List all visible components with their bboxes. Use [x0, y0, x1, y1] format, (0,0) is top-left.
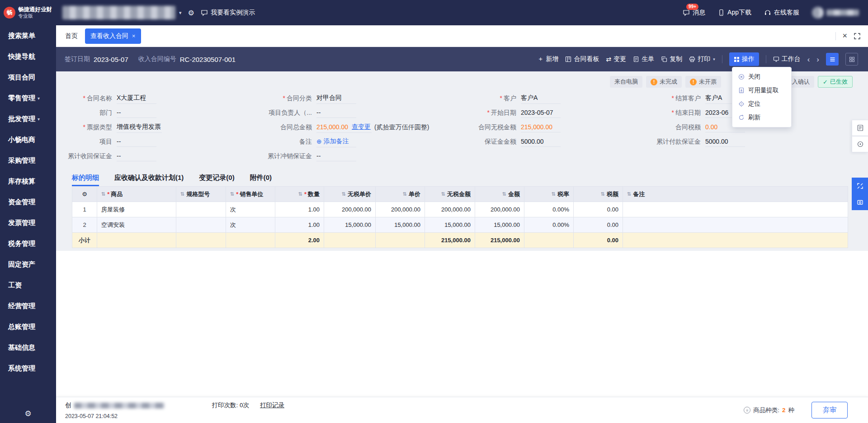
- sidebar-item-ledger[interactable]: 总账管理: [0, 316, 56, 337]
- add-remark-link[interactable]: ⊕添加备注: [316, 137, 349, 146]
- field-label: 结束日期: [653, 109, 701, 117]
- sort-icon[interactable]: ⇅: [601, 191, 605, 197]
- action-button[interactable]: 操作: [729, 52, 759, 66]
- sort-icon[interactable]: ⇅: [101, 191, 105, 197]
- service-float-icon[interactable]: [852, 136, 868, 152]
- tab-subject-detail[interactable]: 标的明细: [72, 174, 99, 186]
- notax-amount-value: 215,000.00: [521, 122, 561, 132]
- sort-icon[interactable]: ⇅: [180, 191, 184, 197]
- sidebar-item-salary[interactable]: 工资: [0, 275, 56, 296]
- gear-icon[interactable]: ⚙: [188, 9, 194, 17]
- column-header[interactable]: 税率: [557, 190, 569, 198]
- messages-button[interactable]: 99+ 消息: [683, 9, 705, 17]
- column-header[interactable]: 数量: [304, 190, 320, 198]
- sidebar-item-fixed-assets[interactable]: 固定资产: [0, 254, 56, 275]
- menu-item-close[interactable]: 关闭: [732, 70, 791, 84]
- column-header[interactable]: 商品: [107, 190, 123, 198]
- list-icon: [830, 56, 835, 62]
- contract-name-value: X大厦工程: [117, 93, 156, 104]
- sidebar-item-label: 工资: [8, 281, 22, 290]
- sort-icon[interactable]: ⇅: [502, 191, 506, 197]
- cell-amount: 15,000.00: [475, 217, 524, 233]
- cell-notax-price: 200,000.00: [324, 202, 376, 217]
- sidebar-item-invoice[interactable]: 发票管理: [0, 212, 56, 233]
- list-view-toggle[interactable]: [826, 53, 839, 66]
- generate-order-button[interactable]: 生单: [633, 55, 654, 63]
- close-icon[interactable]: ×: [842, 31, 847, 41]
- column-header[interactable]: 金额: [508, 190, 520, 198]
- print-count-label: 打印次数:: [212, 402, 238, 409]
- org-selector-blurred[interactable]: [62, 6, 175, 19]
- user-menu[interactable]: [812, 7, 859, 19]
- notes-panel-icon[interactable]: [852, 120, 868, 136]
- cell-notax-amount: 200,000.00: [425, 202, 475, 217]
- sort-icon[interactable]: ⇅: [627, 191, 631, 197]
- sidebar-item-basic-info[interactable]: 基础信息: [0, 337, 56, 358]
- column-header[interactable]: 备注: [633, 190, 645, 198]
- sidebar-item-funds[interactable]: 资金管理: [0, 192, 56, 212]
- sidebar-item-quick-nav[interactable]: 快捷导航: [0, 46, 56, 67]
- sidebar-item-project-contract[interactable]: 项目合同: [0, 67, 56, 88]
- expand-float-icon[interactable]: [852, 178, 868, 194]
- workbench-label: 工作台: [782, 55, 801, 63]
- sidebar-item-system[interactable]: 系统管理: [0, 358, 56, 379]
- grid-view-toggle[interactable]: [845, 53, 858, 66]
- sort-icon[interactable]: ⇅: [342, 191, 346, 197]
- sort-icon[interactable]: ⇅: [403, 191, 407, 197]
- sidebar-item-retail[interactable]: 零售管理▾: [0, 88, 56, 108]
- field-label: 开始日期: [463, 109, 516, 117]
- capture-float-icon[interactable]: [852, 194, 868, 210]
- column-header[interactable]: 规格型号: [186, 190, 210, 198]
- menu-item-available-extract[interactable]: 可用量提取: [732, 84, 791, 97]
- prev-arrow-icon[interactable]: ‹: [807, 56, 810, 63]
- tab-attachments[interactable]: 附件(0): [250, 174, 272, 186]
- column-header[interactable]: 无税单价: [348, 190, 371, 198]
- printer-icon: [689, 56, 695, 62]
- sidebar-item-inventory[interactable]: 库存核算: [0, 171, 56, 192]
- cell-qty: 1.00: [275, 217, 324, 233]
- sidebar-item-operations[interactable]: 经营管理: [0, 296, 56, 316]
- table-row[interactable]: 2 空调安装 次 1.00 15,000.00 15,000.00 15,000…: [72, 217, 848, 233]
- table-row[interactable]: 1 房屋装修 次 1.00 200,000.00 200,000.00 200,…: [72, 202, 848, 217]
- sort-icon[interactable]: ⇅: [441, 191, 445, 197]
- column-header[interactable]: 单价: [409, 190, 420, 198]
- online-service-button[interactable]: 在线客服: [764, 9, 799, 17]
- tab-close-icon[interactable]: ×: [132, 33, 136, 39]
- fullscreen-icon[interactable]: [854, 33, 861, 40]
- contract-board-button[interactable]: 合同看板: [565, 55, 599, 63]
- settings-gear-icon[interactable]: ⚙: [0, 409, 56, 418]
- chevron-down-icon[interactable]: ▾: [179, 10, 182, 16]
- paid-deposit-value: 5000.00: [705, 137, 745, 147]
- tab-home[interactable]: 首页: [65, 32, 78, 40]
- column-header[interactable]: 无税金额: [447, 190, 471, 198]
- reject-approval-button[interactable]: 弃审: [811, 402, 848, 418]
- sidebar-item-search-menu[interactable]: 搜索菜单: [0, 25, 56, 46]
- print-button[interactable]: 打印 ▾: [689, 55, 715, 63]
- tab-view-income-contract[interactable]: 查看收入合同 ×: [85, 28, 141, 44]
- tab-change-log[interactable]: 变更记录(0): [199, 174, 234, 186]
- sort-icon[interactable]: ⇅: [230, 191, 234, 197]
- print-log-link[interactable]: 打印记录: [260, 401, 284, 409]
- sort-icon[interactable]: ⇅: [552, 191, 556, 197]
- sidebar-item-tax[interactable]: 税务管理: [0, 233, 56, 254]
- tab-receivable-plan[interactable]: 应收确认及收款计划(1): [114, 174, 184, 186]
- menu-item-locate[interactable]: 定位: [732, 97, 791, 111]
- column-header[interactable]: 税额: [607, 190, 618, 198]
- sidebar-item-ecommerce[interactable]: 小畅电商: [0, 129, 56, 150]
- view-change-link[interactable]: 查变更: [352, 123, 371, 131]
- sort-icon[interactable]: ⇅: [298, 191, 302, 197]
- generate-order-label: 生单: [642, 55, 654, 63]
- workbench-button[interactable]: 工作台: [773, 55, 801, 63]
- demo-link[interactable]: 我要看实例演示: [201, 9, 255, 17]
- column-settings-gear-icon[interactable]: ⚙: [72, 187, 97, 202]
- cell-price: 15,000.00: [376, 217, 425, 233]
- copy-button[interactable]: 复制: [661, 55, 682, 63]
- add-button[interactable]: ＋ 新增: [537, 55, 558, 63]
- app-download-button[interactable]: App下载: [718, 9, 751, 17]
- sidebar-item-wholesale[interactable]: 批发管理▾: [0, 108, 56, 129]
- sidebar-item-purchase[interactable]: 采购管理: [0, 150, 56, 171]
- column-header[interactable]: 销售单位: [236, 190, 263, 198]
- change-button[interactable]: ⇄ 变更: [606, 55, 626, 63]
- next-arrow-icon[interactable]: ›: [816, 56, 819, 63]
- menu-item-refresh[interactable]: 刷新: [732, 111, 791, 124]
